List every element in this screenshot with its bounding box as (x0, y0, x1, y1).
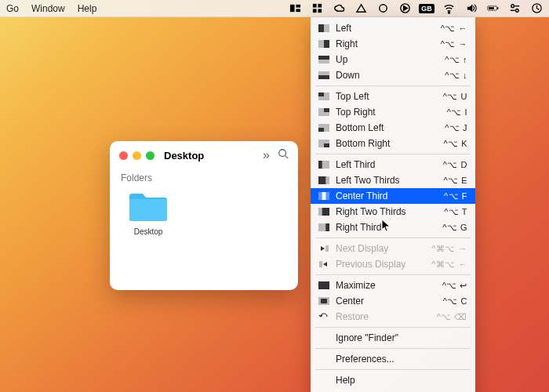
shortcut: ^⌥ J (445, 123, 467, 133)
separator (315, 154, 471, 154)
separator (315, 238, 471, 238)
menu-item-up[interactable]: Up^⌥ ↑ (311, 52, 475, 67)
minimize-button[interactable] (133, 151, 141, 160)
menu-item-label: Bottom Left (336, 122, 384, 133)
menu-item-bottom-right[interactable]: Bottom Right^⌥ K (311, 136, 475, 151)
menu-item-label: Next Display (336, 243, 388, 254)
svg-rect-27 (318, 75, 329, 79)
battery-icon[interactable] (486, 2, 499, 15)
menu-item-center-third[interactable]: Center Third^⌥ F (311, 188, 475, 204)
menu-item-label: Left (336, 23, 351, 34)
menu-item-label: Center Third (336, 191, 387, 201)
gb-icon[interactable]: GB (420, 2, 433, 15)
svg-rect-11 (496, 7, 497, 9)
menu-item-top-right[interactable]: Top Right^⌥ I (311, 104, 475, 120)
svg-rect-25 (318, 56, 329, 60)
menu-help[interactable]: Help (78, 3, 97, 14)
menu-item-label: Right Two Thirds (336, 206, 406, 217)
search-icon[interactable] (278, 148, 289, 162)
menu-item-help[interactable]: Help (311, 372, 475, 388)
menu-item-ignore-finder-[interactable]: Ignore "Finder" (311, 330, 475, 346)
svg-rect-46 (325, 245, 329, 252)
close-button[interactable] (119, 151, 128, 160)
creative-cloud-icon[interactable] (333, 2, 345, 15)
svg-rect-12 (489, 7, 494, 9)
menu-item-label: Right (336, 38, 358, 49)
svg-rect-21 (318, 24, 324, 32)
shortcut: ^⌥ K (443, 139, 467, 149)
shortcut: ^⌥ E (443, 176, 467, 186)
menu-item-left-two-thirds[interactable]: Left Two Thirds^⌥ E (311, 172, 475, 188)
triangle-icon[interactable] (354, 2, 367, 15)
menu-item-bottom-left[interactable]: Bottom Left^⌥ J (311, 120, 475, 136)
shortcut: ^⌥ → (441, 39, 467, 49)
finder-titlebar[interactable]: Desktop » (110, 141, 298, 169)
r23-icon (318, 208, 329, 216)
finder-title: Desktop (164, 150, 204, 162)
svg-rect-37 (318, 161, 322, 169)
menu-item-down[interactable]: Down^⌥ ↓ (311, 67, 475, 83)
c3-icon (318, 192, 329, 200)
menu-window[interactable]: Window (31, 3, 65, 14)
menu-item-top-left[interactable]: Top Left^⌥ U (311, 89, 475, 104)
separator (315, 369, 471, 370)
clock-icon[interactable] (530, 2, 543, 15)
svg-line-19 (285, 156, 289, 159)
svg-rect-31 (324, 108, 329, 112)
menu-item-preferences-[interactable]: Preferences... (311, 351, 475, 367)
nd-icon (318, 245, 329, 252)
svg-rect-33 (318, 128, 324, 132)
svg-point-7 (379, 5, 386, 12)
menu-item-label: Previous Display (336, 259, 405, 270)
shortcut: ^⌘⌥ → (431, 244, 467, 254)
menu-item-right-third[interactable]: Right Third^⌥ G (311, 220, 475, 235)
tl-icon (318, 93, 329, 100)
grid-icon[interactable] (311, 2, 323, 15)
finder-section-header: Folders (110, 169, 298, 183)
menu-go[interactable]: Go (6, 3, 19, 14)
separator (315, 348, 471, 349)
right-icon (318, 40, 329, 48)
menu-item-label: Maximize (336, 280, 376, 291)
shortcut: ^⌥ ↑ (445, 55, 467, 65)
svg-rect-23 (324, 40, 329, 48)
menu-item-right[interactable]: Right^⌥ → (311, 36, 475, 52)
finder-window[interactable]: Desktop » Folders Desktop (110, 141, 298, 290)
zoom-button[interactable] (146, 151, 155, 160)
volume-icon[interactable] (464, 2, 477, 15)
menu-item-label: Right Third (336, 222, 381, 233)
folder-item[interactable]: Desktop (121, 191, 176, 236)
rectangle-menu: Left^⌥ ←Right^⌥ →Up^⌥ ↑Down^⌥ ↓Top Left^… (311, 17, 475, 392)
rectangle-app-icon[interactable] (289, 2, 301, 15)
control-center-icon[interactable] (508, 2, 521, 15)
shortcut: ^⌥ T (444, 207, 467, 217)
bl-icon (318, 124, 329, 132)
svg-rect-35 (324, 143, 329, 147)
play-circle-icon[interactable] (398, 2, 411, 15)
shortcut: ^⌥ ↩ (442, 281, 467, 291)
svg-rect-51 (321, 299, 327, 303)
svg-rect-4 (318, 4, 322, 8)
menu-item-right-two-thirds[interactable]: Right Two Thirds^⌥ T (311, 204, 475, 220)
menu-item-about[interactable]: About (311, 388, 475, 392)
menu-item-center[interactable]: Center^⌥ C (311, 293, 475, 309)
menu-item-left-third[interactable]: Left Third^⌥ D (311, 157, 475, 172)
circle-icon[interactable] (376, 2, 389, 15)
menu-item-left[interactable]: Left^⌥ ← (311, 20, 475, 36)
r3-icon (318, 223, 329, 231)
shortcut: ^⌘⌥ ← (431, 260, 467, 270)
menu-item-maximize[interactable]: Maximize^⌥ ↩ (311, 278, 475, 293)
menu-item-label: Center (336, 296, 364, 307)
more-icon[interactable]: » (263, 148, 270, 162)
svg-rect-43 (322, 208, 329, 216)
menu-item-label: Up (336, 54, 347, 65)
l3-icon (318, 161, 329, 169)
menu-item-label: Restore (336, 311, 369, 322)
shortcut: ^⌥ G (442, 223, 467, 233)
shortcut: ^⌥ ↓ (445, 71, 467, 81)
shortcut: ^⌥ ← (441, 24, 467, 34)
wifi-icon[interactable] (442, 2, 455, 15)
svg-rect-29 (318, 93, 324, 96)
separator (315, 85, 471, 86)
svg-rect-6 (318, 9, 322, 13)
